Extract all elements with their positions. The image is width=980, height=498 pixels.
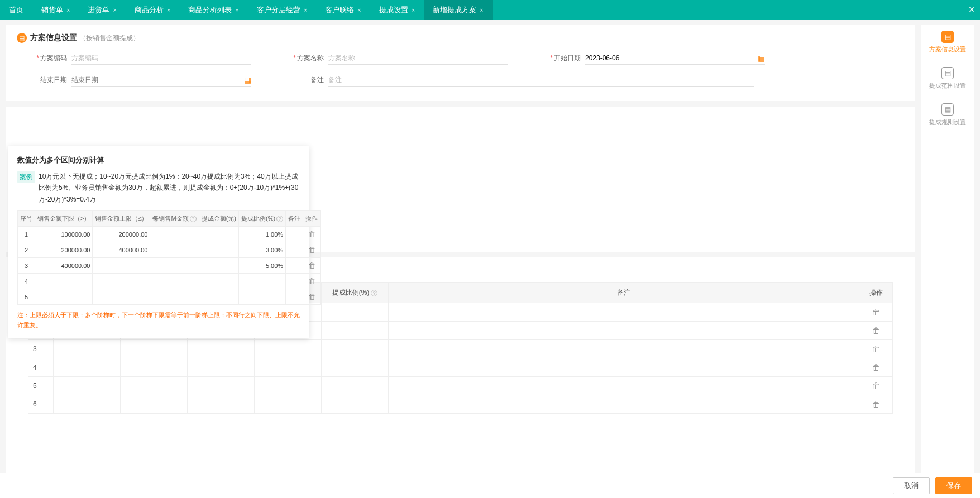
delete-icon[interactable]: 🗑 — [872, 326, 880, 335]
popover-title: 数值分为多个区间分别计算 — [17, 155, 300, 165]
delete-icon[interactable]: 🗑 — [308, 230, 315, 238]
close-icon[interactable]: × — [357, 7, 361, 13]
close-icon[interactable]: × — [113, 7, 116, 13]
popover-note: 注：上限必须大于下限；多个阶梯时，下一个阶梯下限需等于前一阶梯上限；不同行之间下… — [17, 310, 300, 330]
delete-icon[interactable]: 🗑 — [872, 308, 880, 317]
example-text: 10万元以下无提成；10~20万元提成比例为1%；20~40万提成比例为3%；4… — [39, 171, 300, 205]
help-icon: ? — [276, 216, 283, 222]
tab-commission-settings[interactable]: 提成设置× — [370, 0, 424, 20]
delete-icon[interactable]: 🗑 — [872, 344, 880, 353]
delete-icon[interactable]: 🗑 — [308, 277, 315, 285]
help-icon[interactable]: ? — [371, 290, 377, 296]
table-row[interactable]: 6🗑 — [28, 395, 893, 414]
end-date-input[interactable] — [71, 74, 244, 86]
interval-excess-help-popover: 数值分为多个区间分别计算 案例 10万元以下无提成；10~20万元提成比例为1%… — [8, 146, 309, 338]
close-icon[interactable]: × — [167, 7, 170, 13]
top-tabbar: 首页 销货单× 进货单× 商品分析× 商品分析列表× 客户分层经营× 客户联络×… — [0, 0, 980, 20]
example-tag: 案例 — [17, 171, 35, 183]
tab-sales-order[interactable]: 销货单× — [32, 0, 79, 20]
tab-purchase-order[interactable]: 进货单× — [79, 0, 125, 20]
plan-info-panel: ▤ 方案信息设置 （按销售金额提成） *方案编码 *方案名称 *开始日期 — [6, 25, 915, 101]
anchor-rule-settings[interactable]: ▤ 提成规则设置 — [929, 103, 966, 126]
tab-customer-tier[interactable]: 客户分层经营× — [248, 0, 316, 20]
close-icon[interactable]: × — [235, 7, 238, 13]
tab-home[interactable]: 首页 — [0, 0, 32, 20]
calendar-icon[interactable]: ▦ — [244, 75, 251, 84]
table-row[interactable]: 3🗑 — [28, 340, 893, 358]
plan-name-label: *方案名称 — [285, 54, 324, 63]
plan-code-label: *方案编码 — [28, 54, 67, 63]
anchor-range-settings[interactable]: ▤ 提成范围设置 — [929, 67, 966, 90]
start-date-input[interactable] — [585, 52, 758, 64]
help-icon: ? — [190, 216, 197, 222]
close-icon[interactable]: × — [304, 7, 307, 13]
panel-title: ▤ 方案信息设置 （按销售金额提成） — [17, 33, 904, 43]
anchor-plan-info[interactable]: ▤ 方案信息设置 — [929, 31, 966, 54]
tab-new-commission-plan[interactable]: 新增提成方案× — [424, 0, 492, 20]
tab-product-analysis-list[interactable]: 商品分析列表× — [179, 0, 247, 20]
plan-code-input[interactable] — [71, 52, 251, 65]
remark-input[interactable] — [328, 74, 754, 87]
delete-icon[interactable]: 🗑 — [872, 381, 880, 390]
tab-customer-contact[interactable]: 客户联络× — [316, 0, 370, 20]
table-row[interactable]: 4🗑 — [28, 358, 893, 377]
delete-icon[interactable]: 🗑 — [308, 261, 315, 270]
close-all-icon[interactable]: × — [963, 0, 980, 20]
popover-example-table: 序号 销售金额下限（>） 销售金额上限（≤） 每销售M金额? 提成金额(元) 提… — [17, 210, 321, 305]
document-icon: ▤ — [941, 31, 954, 43]
delete-icon[interactable]: 🗑 — [872, 400, 880, 409]
close-icon[interactable]: × — [480, 7, 483, 13]
delete-icon[interactable]: 🗑 — [308, 293, 315, 301]
calendar-icon[interactable]: ▦ — [758, 54, 765, 63]
close-icon[interactable]: × — [66, 7, 70, 13]
delete-icon[interactable]: 🗑 — [308, 246, 315, 254]
end-date-label: 结束日期 — [28, 75, 67, 85]
tab-product-analysis[interactable]: 商品分析× — [126, 0, 179, 20]
plan-name-input[interactable] — [328, 52, 508, 65]
document-icon: ▤ — [941, 67, 954, 79]
remark-label: 备注 — [285, 75, 324, 85]
panel-badge-icon: ▤ — [17, 33, 27, 43]
col-remark: 备注 — [389, 283, 859, 303]
start-date-label: *开始日期 — [542, 54, 581, 63]
delete-icon[interactable]: 🗑 — [872, 363, 880, 372]
col-action: 操作 — [859, 283, 893, 303]
anchor-sidenav: ▤ 方案信息设置 ▤ 提成范围设置 ▤ 提成规则设置 — [921, 25, 974, 473]
table-row[interactable]: 5🗑 — [28, 377, 893, 395]
close-icon[interactable]: × — [412, 7, 415, 13]
document-icon: ▤ — [941, 103, 954, 116]
col-ratio: 提成比例(%)? — [322, 283, 389, 303]
